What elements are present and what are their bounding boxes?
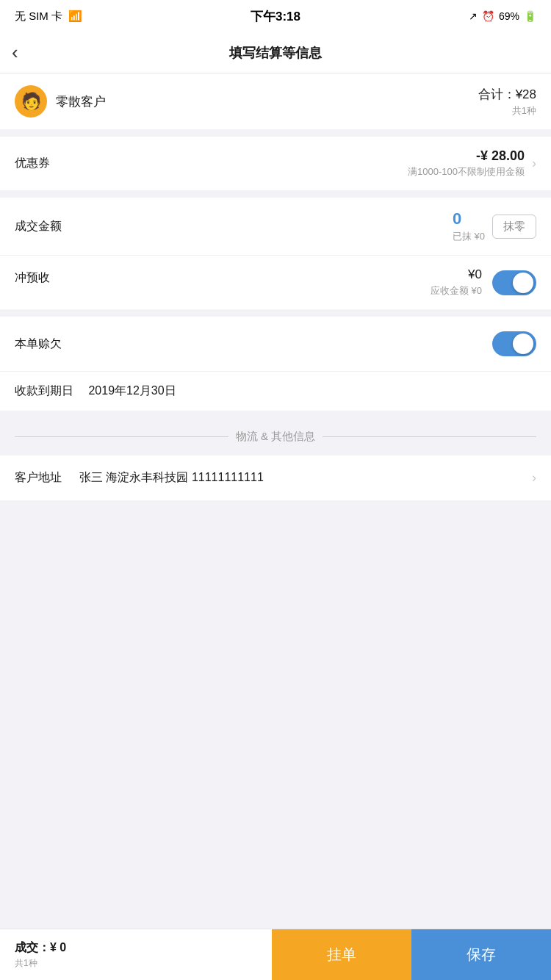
bottom-summary: 成交：¥ 0 共1种	[0, 940, 272, 970]
round-button[interactable]: 抹零	[492, 215, 536, 239]
alarm-icon: ⏰	[482, 10, 494, 22]
due-date-value: 2019年12月30日	[88, 384, 176, 397]
customer-left: 🧑 零散客户	[15, 85, 106, 118]
page-title: 填写结算等信息	[229, 44, 322, 62]
amount-info: 0 已抹 ¥0	[453, 209, 485, 243]
flush-row: 冲预收 ¥0 应收金额 ¥0	[0, 256, 551, 309]
coupon-label: 优惠券	[15, 156, 50, 171]
flush-amounts: ¥0 应收金额 ¥0	[431, 267, 482, 298]
debit-section: 本单赊欠 收款到期日 2019年12月30日	[0, 317, 551, 411]
back-button[interactable]: ‹	[12, 41, 18, 64]
debit-row: 本单赊欠	[0, 317, 551, 371]
address-chevron-icon: ›	[532, 470, 536, 486]
hangup-button[interactable]: 挂单	[272, 929, 411, 981]
total-count: 共1种	[478, 104, 536, 118]
amount-right: 0 已抹 ¥0 抹零	[453, 209, 536, 243]
wifi-icon: 📶	[68, 10, 82, 23]
coupon-row[interactable]: 优惠券 -¥ 28.00 满1000-100不限制使用金额 ›	[0, 137, 551, 190]
total-amount: 合计：¥28	[478, 86, 536, 103]
amount-value: 0	[453, 209, 485, 228]
address-section[interactable]: 客户地址 张三 海淀永丰科技园 11111111111 ›	[0, 455, 551, 500]
bottom-bar: 成交：¥ 0 共1种 挂单 保存	[0, 929, 551, 980]
save-button[interactable]: 保存	[411, 929, 551, 981]
coupon-right: -¥ 28.00 满1000-100不限制使用金额 ›	[408, 148, 536, 179]
status-bar: 无 SIM 卡 📶 下午3:18 ↗ ⏰ 69% 🔋	[0, 0, 551, 32]
content: 🧑 零散客户 合计：¥28 共1种 优惠券 -¥ 28.00 满1000-100…	[0, 73, 551, 706]
battery-icon: 🔋	[524, 10, 536, 22]
amount-label: 成交金额	[15, 219, 62, 234]
debit-toggle[interactable]	[492, 331, 536, 356]
bottom-deal-text: 成交：¥ 0	[15, 940, 257, 956]
status-right: ↗ ⏰ 69% 🔋	[469, 10, 536, 22]
deal-label: 成交：	[15, 941, 50, 954]
coupon-chevron-icon: ›	[532, 156, 536, 171]
logistics-label: 物流 & 其他信息	[236, 430, 315, 444]
bottom-count: 共1种	[15, 957, 257, 970]
avatar: 🧑	[15, 85, 47, 118]
nav-bar: ‹ 填写结算等信息	[0, 32, 551, 73]
customer-right: 合计：¥28 共1种	[478, 86, 536, 118]
avatar-icon: 🧑	[21, 92, 41, 111]
flush-main-amount: ¥0	[431, 267, 482, 282]
status-time: 下午3:18	[251, 8, 300, 25]
flush-label: 冲预收	[15, 267, 50, 286]
flush-right: ¥0 应收金额 ¥0	[431, 267, 536, 298]
battery-text: 69%	[499, 10, 519, 22]
gray-spacer	[0, 500, 551, 647]
flush-sub-amount: 应收金额 ¥0	[431, 284, 482, 298]
deal-amount: ¥ 0	[50, 941, 66, 954]
coupon-info: -¥ 28.00 满1000-100不限制使用金额	[408, 148, 525, 179]
address-label: 客户地址	[15, 470, 68, 486]
coupon-desc: 满1000-100不限制使用金额	[408, 165, 525, 179]
due-date-row: 收款到期日 2019年12月30日	[0, 371, 551, 411]
address-value: 张三 海淀永丰科技园 11111111111	[79, 470, 520, 486]
no-sim-text: 无 SIM 卡	[15, 10, 62, 24]
toggle-knob	[513, 273, 533, 293]
address-row[interactable]: 客户地址 张三 海淀永丰科技园 11111111111 ›	[0, 455, 551, 500]
amount-row: 成交金额 0 已抹 ¥0 抹零	[0, 198, 551, 256]
logistics-section: 物流 & 其他信息	[0, 418, 551, 455]
flush-toggle[interactable]	[492, 270, 536, 295]
location-icon: ↗	[469, 10, 478, 22]
coupon-section: 优惠券 -¥ 28.00 满1000-100不限制使用金额 ›	[0, 137, 551, 190]
coupon-discount: -¥ 28.00	[408, 148, 525, 164]
status-left: 无 SIM 卡 📶	[15, 10, 82, 24]
customer-section: 🧑 零散客户 合计：¥28 共1种	[0, 73, 551, 129]
amount-sub: 已抹 ¥0	[453, 230, 485, 243]
debit-toggle-knob	[513, 334, 533, 354]
debit-label: 本单赊欠	[15, 336, 62, 352]
due-date-label: 收款到期日	[15, 384, 73, 397]
customer-name: 零散客户	[56, 93, 106, 110]
amount-section: 成交金额 0 已抹 ¥0 抹零 冲预收 ¥0 应收金额 ¥0	[0, 198, 551, 309]
